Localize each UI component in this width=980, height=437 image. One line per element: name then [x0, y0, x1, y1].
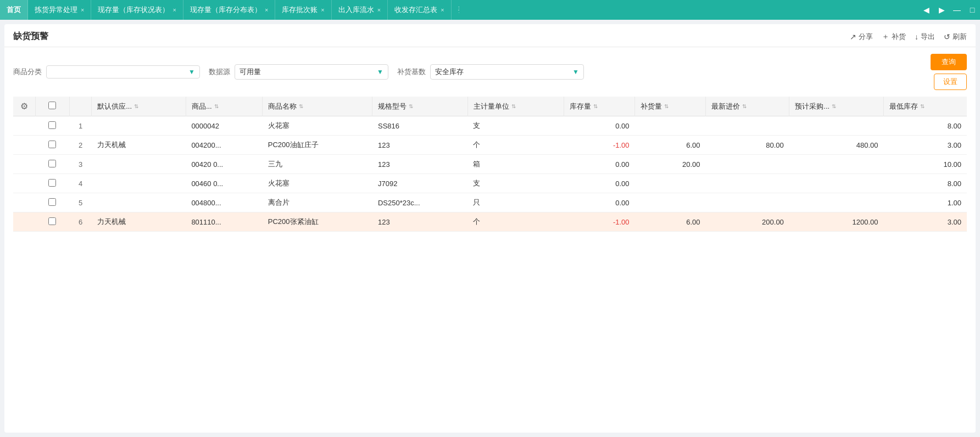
select-all-checkbox[interactable] [48, 102, 56, 109]
row-checkbox-cell[interactable] [35, 174, 70, 193]
row-supplier-cell [92, 155, 186, 174]
data-table: ⚙ 默认供应... ⇅ 商品... [13, 97, 967, 232]
base-arrow-icon: ▼ [572, 68, 579, 76]
unit-sort-icon[interactable]: ⇅ [511, 103, 516, 109]
maximize-button[interactable]: □ [965, 0, 980, 20]
row-product-name-cell: PC200张紧油缸 [263, 212, 372, 232]
datasource-arrow-icon: ▼ [377, 68, 383, 76]
row-checkbox-5[interactable] [48, 217, 56, 225]
share-button[interactable]: ↗ 分享 [850, 32, 873, 42]
tab-label-2: 现存量（库存状况表） [98, 5, 169, 15]
row-supplement-cell [635, 193, 706, 212]
row-spec-cell: 123 [372, 155, 467, 174]
min-stock-sort-icon[interactable]: ⇅ [920, 103, 925, 109]
tab-close-5[interactable]: × [377, 7, 381, 13]
datasource-label: 数据源 [209, 67, 230, 77]
share-icon: ↗ [850, 32, 856, 41]
row-estimated-purchase-cell: 480.00 [789, 136, 884, 155]
row-supplier-cell [92, 116, 186, 136]
datasource-select[interactable]: 可用量 ▼ [235, 64, 388, 80]
column-settings[interactable]: ⚙ [13, 97, 35, 116]
supplier-sort-icon[interactable]: ⇅ [134, 103, 138, 109]
tab-label-4: 库存批次账 [282, 5, 318, 15]
row-product-name-cell: 三九 [263, 155, 372, 174]
row-supplement-cell [635, 116, 706, 136]
product-name-col-label: 商品名称 [268, 102, 297, 111]
row-checkbox-2[interactable] [48, 160, 56, 167]
row-checkbox-cell[interactable] [35, 116, 70, 136]
tab-next-button[interactable]: ▶ [934, 0, 949, 20]
row-gear-cell [13, 116, 35, 136]
refresh-button[interactable]: ↺ 刷新 [944, 32, 967, 42]
tab-item-7[interactable]: 要货单统计表× [452, 0, 459, 20]
supplement-button[interactable]: ＋ 补货 [882, 32, 906, 42]
row-checkbox-cell[interactable] [35, 155, 70, 174]
row-stock-cell: -1.00 [564, 136, 635, 155]
category-select[interactable]: ▼ [46, 65, 200, 79]
row-gear-cell [13, 174, 35, 193]
unit-col-label: 主计量单位 [474, 102, 509, 111]
tab-item-0[interactable]: 首页 [0, 0, 28, 20]
row-spec-cell: 123 [372, 136, 467, 155]
row-stock-cell: 0.00 [564, 116, 635, 136]
row-spec-cell: J7092 [372, 174, 467, 193]
column-stock: 库存量 ⇅ [564, 97, 635, 116]
export-label: 导出 [921, 32, 935, 42]
page-header: 缺货预警 ↗ 分享 ＋ 补货 ↓ 导出 ↺ 刷新 [4, 24, 976, 47]
row-supplement-cell [635, 174, 706, 193]
tab-close-3[interactable]: × [265, 7, 268, 13]
supplement-col-label: 补货量 [641, 102, 662, 111]
row-checkbox-cell[interactable] [35, 212, 70, 232]
query-button[interactable]: 查询 [931, 54, 967, 70]
product-code-sort-icon[interactable]: ⇅ [214, 103, 219, 109]
gear-icon[interactable]: ⚙ [20, 102, 28, 111]
row-checkbox-1[interactable] [48, 141, 56, 148]
spec-sort-icon[interactable]: ⇅ [409, 103, 413, 109]
refresh-label: 刷新 [953, 32, 967, 42]
category-arrow-icon: ▼ [188, 68, 195, 76]
row-unit-cell: 支 [467, 174, 564, 193]
page-title: 缺货预警 [13, 31, 48, 42]
datasource-value: 可用量 [240, 67, 261, 77]
tab-item-5[interactable]: 出入库流水× [332, 0, 388, 20]
tab-item-2[interactable]: 现存量（库存状况表）× [91, 0, 183, 20]
tab-item-3[interactable]: 现存量（库存分布表）× [183, 0, 275, 20]
base-select[interactable]: 安全库存 ▼ [430, 64, 584, 80]
datasource-filter-group: 数据源 可用量 ▼ [209, 64, 388, 80]
tab-item-1[interactable]: 拣货异常处理× [28, 0, 91, 20]
row-latest-price-cell: 80.00 [706, 136, 789, 155]
main-container: 缺货预警 ↗ 分享 ＋ 补货 ↓ 导出 ↺ 刷新 商品分类 [4, 24, 976, 433]
tab-close-1[interactable]: × [81, 7, 84, 13]
tab-item-4[interactable]: 库存批次账× [275, 0, 331, 20]
column-spec: 规格型号 ⇅ [372, 97, 467, 116]
row-checkbox-cell[interactable] [35, 136, 70, 155]
row-checkbox-cell[interactable] [35, 193, 70, 212]
row-latest-price-cell [706, 155, 789, 174]
tab-close-2[interactable]: × [172, 7, 176, 13]
estimated-purchase-col-label: 预计采购... [795, 102, 829, 111]
product-name-sort-icon[interactable]: ⇅ [299, 103, 303, 109]
tab-prev-button[interactable]: ◀ [918, 0, 934, 20]
estimated-purchase-sort-icon[interactable]: ⇅ [832, 103, 836, 109]
row-estimated-purchase-cell [789, 193, 884, 212]
row-checkbox-3[interactable] [48, 179, 56, 187]
table-body: 1 0000042 火花塞 SS816 支 0.00 8.00 2 力天机械 0… [13, 116, 967, 232]
export-button[interactable]: ↓ 导出 [915, 32, 935, 42]
minimize-button[interactable]: ― [949, 0, 965, 20]
row-stock-cell: 0.00 [564, 193, 635, 212]
row-spec-cell: SS816 [372, 116, 467, 136]
row-latest-price-cell [706, 193, 789, 212]
stock-sort-icon[interactable]: ⇅ [593, 103, 598, 109]
supplement-sort-icon[interactable]: ⇅ [664, 103, 669, 109]
row-estimated-purchase-cell [789, 174, 884, 193]
tab-close-6[interactable]: × [441, 7, 444, 13]
tab-item-6[interactable]: 收发存汇总表× [388, 0, 451, 20]
tab-label-3: 现存量（库存分布表） [190, 5, 261, 15]
column-checkbox [35, 97, 70, 116]
tab-close-4[interactable]: × [321, 7, 324, 13]
row-checkbox-4[interactable] [48, 198, 56, 206]
latest-price-sort-icon[interactable]: ⇅ [742, 103, 747, 109]
row-checkbox-0[interactable] [48, 121, 56, 129]
row-product-code-cell: 801110... [186, 212, 262, 232]
settings-button[interactable]: 设置 [934, 74, 967, 90]
